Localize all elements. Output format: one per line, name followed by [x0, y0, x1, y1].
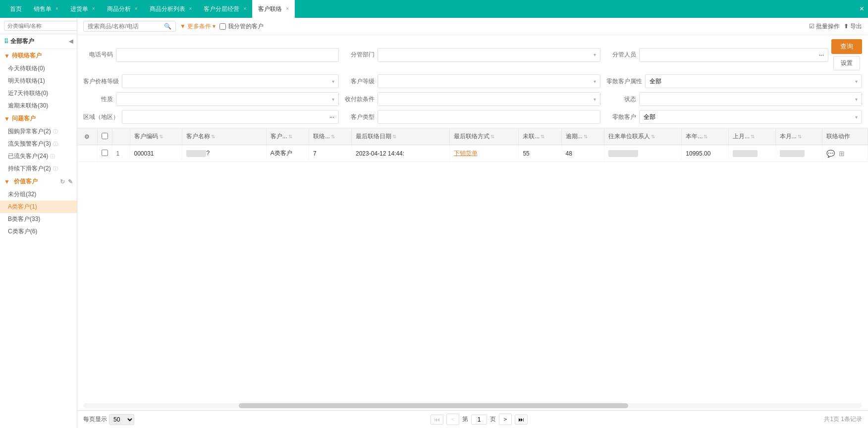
close-icon[interactable]: × — [55, 0, 58, 18]
table-contacts-header[interactable]: 联络...⇅ — [309, 128, 351, 145]
export-button[interactable]: ⬆ 导出 — [844, 22, 862, 31]
select-all-checkbox[interactable] — [102, 133, 108, 139]
grid-icon[interactable]: ⊞ — [839, 150, 845, 158]
customer-level-field[interactable] — [382, 78, 592, 85]
filter-payment-select[interactable]: ▾ — [378, 92, 600, 106]
sidebar-group-value[interactable]: ▼ 价值客户 ↻ ✎ — [0, 175, 77, 188]
sidebar-group-pending[interactable]: ▼ 待联络客户 — [0, 49, 77, 62]
nav-item-sales[interactable]: 销售单 × — [28, 0, 64, 18]
sort-icon: ⇅ — [288, 134, 292, 139]
sidebar-item-churned[interactable]: 已流失客户(24) ⓘ — [0, 150, 77, 162]
search-icon[interactable]: 🔍 — [164, 23, 171, 30]
filter-search-input[interactable] — [88, 23, 162, 30]
table-last-contact-method-header[interactable]: 最后联络方式⇅ — [449, 128, 519, 145]
table-name-header[interactable]: 客户名称⇅ — [182, 128, 266, 145]
my-customers-checkbox[interactable]: 我分管的客户 — [219, 22, 264, 31]
batch-op-button[interactable]: ☑ 批量操作 — [809, 22, 840, 31]
table-cell-action[interactable]: 💬 ⊞ — [822, 145, 868, 162]
nav-item-analysis-list[interactable]: 商品分析列表 × — [144, 0, 198, 18]
sidebar-item-declining[interactable]: 持续下滑客户(2) ⓘ — [0, 162, 77, 175]
more-filters-button[interactable]: ▼ 更多条件 ▾ — [180, 22, 216, 31]
sidebar-search-input[interactable] — [4, 21, 77, 31]
sidebar-item-7days[interactable]: 近7天待联络(0) — [0, 87, 77, 100]
filter-customer-type-input[interactable] — [378, 110, 600, 124]
top-nav: 首页 销售单 × 进货单 × 商品分析 × 商品分析列表 × 客户分层经营 × … — [0, 0, 868, 18]
table-cell-code: 000031 — [130, 145, 182, 162]
sidebar-item-a-class[interactable]: A类客户(1) — [0, 201, 77, 213]
manager-field[interactable] — [644, 52, 817, 58]
chevron-down-icon: ▾ — [855, 114, 858, 120]
table-this-month-header[interactable]: 本月...⇅ — [775, 128, 822, 145]
next-page-button[interactable]: ＞ — [499, 414, 512, 425]
first-page-button[interactable]: ⏮ — [431, 415, 443, 425]
filter-retail-select[interactable]: ▾ — [639, 110, 862, 124]
retail-attr-field[interactable] — [650, 78, 853, 85]
sidebar-item-b-class[interactable]: B类客户(33) — [0, 213, 77, 225]
table-unit-contacts-header[interactable]: 往来单位联系人⇅ — [604, 128, 682, 145]
table-overdue-header[interactable]: 逾期...⇅ — [561, 128, 604, 145]
table-last-contact-date-header[interactable]: 最后联络日期⇅ — [352, 128, 450, 145]
filter-dept-select[interactable]: ▾ — [378, 48, 600, 62]
page-number-input[interactable] — [471, 415, 487, 425]
phone-field[interactable] — [120, 52, 334, 58]
my-customers-check[interactable] — [219, 23, 226, 30]
row-checkbox[interactable] — [102, 150, 108, 156]
nav-close-all-button[interactable]: × — [860, 4, 864, 13]
query-button[interactable]: 查询 — [831, 39, 862, 54]
sidebar-group-problem[interactable]: ▼ 问题客户 — [0, 112, 77, 125]
close-icon[interactable]: × — [243, 0, 246, 18]
page-size-select[interactable]: 20 50 100 — [109, 414, 134, 425]
nav-item-analysis[interactable]: 商品分析 × — [101, 0, 144, 18]
table-last-month-header[interactable]: 上月...⇅ — [728, 128, 775, 145]
nav-item-home[interactable]: 首页 — [4, 0, 28, 18]
filter-customer-level-select[interactable]: ▾ — [378, 74, 600, 88]
sidebar-item-today[interactable]: 今天待联络(0) — [0, 62, 77, 75]
filter-status-select[interactable]: ▾ — [639, 92, 862, 106]
region-field[interactable] — [126, 113, 327, 120]
nature-field[interactable] — [120, 96, 330, 103]
nav-item-customer-segment[interactable]: 客户分层经营 × — [198, 0, 252, 18]
sidebar-item-tomorrow[interactable]: 明天待联络(1) — [0, 75, 77, 87]
scrollbar-thumb[interactable] — [239, 403, 628, 408]
table-cell-checkbox[interactable] — [97, 145, 112, 162]
price-level-field[interactable] — [126, 78, 330, 85]
edit-icon[interactable]: ✎ — [68, 178, 73, 185]
payment-field[interactable] — [382, 96, 592, 103]
last-page-button[interactable]: ⏭ — [515, 415, 528, 425]
filter-phone-input[interactable] — [116, 48, 339, 62]
close-icon[interactable]: × — [135, 0, 138, 18]
table-cell-last-method[interactable]: 下销货单 — [449, 145, 519, 162]
close-icon[interactable]: × — [286, 0, 289, 18]
customer-type-field[interactable] — [382, 113, 596, 120]
sidebar-item-unclassified[interactable]: 未分组(32) — [0, 188, 77, 201]
filter-manager-input[interactable]: ··· — [639, 48, 828, 62]
table-checkbox-header[interactable] — [97, 128, 112, 145]
refresh-icon[interactable]: ↻ — [60, 178, 65, 185]
sidebar-item-c-class[interactable]: C类客户(6) — [0, 225, 77, 238]
table-code-header[interactable]: 客户编码⇅ — [130, 128, 182, 145]
total-info: 共1页 1条记录 — [824, 415, 862, 424]
nav-item-purchase[interactable]: 进货单 × — [64, 0, 101, 18]
filter-nature-select[interactable]: ▾ — [116, 92, 339, 106]
horizontal-scrollbar[interactable] — [83, 403, 862, 408]
table-this-year-header[interactable]: 本年...⇅ — [682, 128, 729, 145]
prev-page-button[interactable]: ＜ — [446, 414, 459, 425]
retail-field[interactable] — [644, 113, 853, 120]
sidebar-all-customers[interactable]: ⠿ 全部客户 ◀ — [0, 34, 77, 49]
sidebar-item-overdue[interactable]: 逾期未联络(30) — [0, 100, 77, 112]
close-icon[interactable]: × — [92, 0, 95, 18]
filter-retail-attr-select[interactable]: ▾ — [645, 74, 862, 88]
nav-item-customer-contact[interactable]: 客户联络 × — [252, 0, 295, 18]
settings-button[interactable]: 设置 — [833, 56, 860, 70]
close-icon[interactable]: × — [189, 0, 192, 18]
message-icon[interactable]: 💬 — [826, 150, 835, 158]
dept-field[interactable] — [382, 52, 592, 58]
filter-price-level-select[interactable]: ▾ — [122, 74, 339, 88]
table-settings-header[interactable]: ⚙ — [77, 128, 97, 145]
table-category-header[interactable]: 客户...⇅ — [266, 128, 309, 145]
filter-region-input[interactable]: ··· — [122, 110, 339, 124]
sidebar-item-hoarding[interactable]: 囤购异常客户(2) ⓘ — [0, 125, 77, 138]
table-not-contacted-header[interactable]: 未联...⇅ — [519, 128, 561, 145]
status-field[interactable] — [644, 96, 853, 103]
sidebar-item-churn-warning[interactable]: 流失预警客户(3) ⓘ — [0, 138, 77, 150]
